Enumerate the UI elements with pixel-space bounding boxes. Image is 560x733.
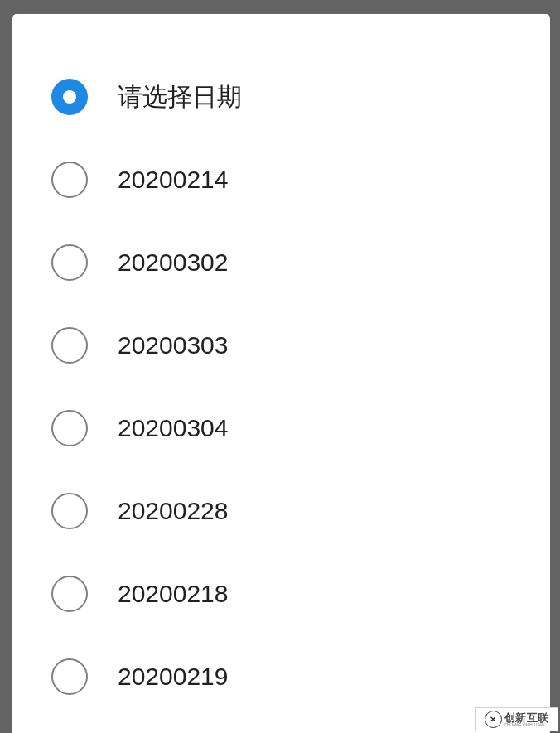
- radio-unselected-icon: [51, 658, 88, 695]
- radio-unselected-icon: [51, 327, 88, 364]
- option-label: 20200214: [118, 166, 228, 194]
- option-label: 20200228: [118, 497, 228, 525]
- watermark-brand: 创新互联: [504, 712, 549, 723]
- watermark-logo-icon: [485, 711, 502, 728]
- option-label: 20200219: [118, 663, 228, 691]
- option-date[interactable]: 20200228: [51, 471, 550, 551]
- watermark: 创新互联 CHUANG XIN HU LIAN: [475, 707, 558, 731]
- option-date[interactable]: 20200303: [51, 306, 550, 385]
- radio-unselected-icon: [51, 493, 88, 529]
- option-list: 请选择日期 20200214 20200302 20200303 2020030…: [12, 14, 550, 716]
- option-date[interactable]: 20200214: [51, 140, 550, 219]
- option-date[interactable]: 20200302: [51, 223, 550, 302]
- radio-selected-icon: [51, 79, 88, 115]
- option-label: 20200304: [118, 414, 228, 442]
- option-select-date-prompt[interactable]: 请选择日期: [51, 57, 550, 137]
- option-label: 20200303: [118, 331, 228, 359]
- watermark-text: 创新互联 CHUANG XIN HU LIAN: [504, 712, 549, 727]
- option-label: 20200218: [118, 580, 228, 608]
- option-date[interactable]: 20200304: [51, 388, 550, 468]
- option-label: 20200302: [118, 248, 228, 277]
- radio-unselected-icon: [51, 410, 88, 446]
- option-label: 请选择日期: [118, 80, 242, 114]
- option-date[interactable]: 20200219: [51, 637, 550, 716]
- radio-unselected-icon: [51, 576, 88, 612]
- option-date[interactable]: 20200218: [51, 554, 550, 634]
- date-picker-dialog: 请选择日期 20200214 20200302 20200303 2020030…: [12, 14, 550, 733]
- radio-unselected-icon: [51, 162, 88, 198]
- radio-unselected-icon: [51, 244, 88, 281]
- watermark-subtitle: CHUANG XIN HU LIAN: [504, 723, 549, 727]
